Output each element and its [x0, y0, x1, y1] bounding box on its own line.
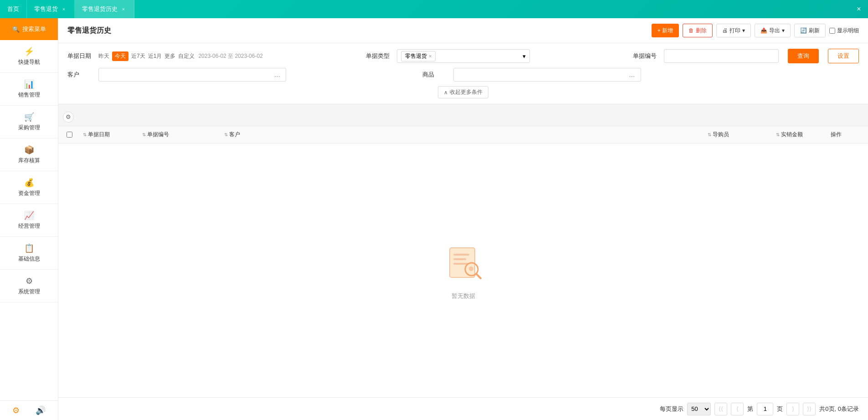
- date-option-custom[interactable]: 自定义: [178, 52, 195, 60]
- print-chevron-icon: ▾: [742, 27, 745, 34]
- search-icon: 🔍: [12, 26, 20, 33]
- settings-button[interactable]: 设置: [828, 49, 859, 63]
- table-settings-icon[interactable]: ⚙: [63, 112, 74, 123]
- tab-retail-return-history[interactable]: 零售退货历史 ×: [75, 0, 134, 18]
- top-nav: 首页 零售退货 × 零售退货历史 × ×: [0, 0, 868, 18]
- next-page-button[interactable]: ⟩: [786, 403, 799, 415]
- th-guide[interactable]: ⇅ 导购员: [704, 131, 772, 138]
- th-amount[interactable]: ⇅ 实销金额: [772, 131, 827, 138]
- finance-icon: 💰: [24, 178, 34, 188]
- pagination: 每页显示 10 20 50 100 ⟨⟨ ⟨ 第 页 ⟩ ⟩⟩ 共0页, 0条记…: [58, 397, 868, 420]
- tab-retail-return-close[interactable]: ×: [61, 6, 67, 12]
- filter-type-tag-close[interactable]: ×: [429, 53, 431, 59]
- th-ops: 操作: [827, 131, 863, 138]
- sidebar-item-inventory[interactable]: 📦 库存核算: [0, 138, 58, 171]
- svg-line-5: [476, 274, 481, 278]
- main-layout: 🔍 搜索菜单 ⚡ 快捷导航 📊 销售管理 🛒 采购管理 📦 库存核算 💰 资金管…: [0, 18, 868, 420]
- filter-customer-select[interactable]: ...: [98, 68, 286, 82]
- page-unit: 页: [777, 405, 783, 413]
- query-button[interactable]: 查询: [788, 49, 819, 63]
- refresh-button[interactable]: 🔄 刷新: [794, 24, 826, 37]
- sidebar-item-quick-nav[interactable]: ⚡ 快捷导航: [0, 40, 58, 73]
- page-size-select[interactable]: 10 20 50 100: [687, 403, 711, 415]
- show-detail-checkbox-label[interactable]: 显示明细: [829, 27, 859, 35]
- sort-date-icon: ⇅: [83, 132, 87, 137]
- filter-customer-label: 客户: [67, 71, 95, 79]
- svg-rect-1: [453, 254, 469, 256]
- table-area: ⚙ ⇅ 单据日期 ⇅ 单据编号 ⇅ 客户: [58, 108, 868, 397]
- content-area: 零售退货历史 + 新增 🗑 删除 🖨 打印 ▾ 📤 导出 ▾: [58, 18, 868, 420]
- page-title: 零售退货历史: [67, 26, 111, 41]
- date-option-last7[interactable]: 近7天: [131, 52, 145, 60]
- sidebar-item-sales-mgmt[interactable]: 📊 销售管理: [0, 73, 58, 106]
- th-checkbox: [63, 132, 79, 138]
- date-option-last-month[interactable]: 近1月: [148, 52, 162, 60]
- filter-goods-select[interactable]: ...: [453, 68, 641, 82]
- filter-type-select[interactable]: 零售退货 × ▾: [397, 49, 530, 63]
- show-detail-checkbox[interactable]: [829, 28, 835, 34]
- app-close-button[interactable]: ×: [850, 0, 868, 18]
- delete-button[interactable]: 🗑 删除: [683, 24, 713, 37]
- operation-icon: 📈: [24, 210, 34, 220]
- filter-no-input[interactable]: [664, 49, 779, 63]
- customer-ellipsis-icon[interactable]: ...: [272, 71, 282, 79]
- svg-rect-2: [453, 258, 466, 260]
- goods-ellipsis-icon[interactable]: ...: [627, 71, 637, 79]
- select-all-checkbox[interactable]: [67, 132, 72, 138]
- table-toolbar: ⚙: [58, 108, 868, 126]
- filter-no-label: 单据编号: [633, 52, 660, 60]
- th-customer[interactable]: ⇅ 客户: [221, 131, 704, 138]
- sort-guide-icon: ⇅: [708, 132, 711, 137]
- inventory-icon: 📦: [24, 145, 34, 155]
- svg-rect-3: [453, 263, 468, 265]
- collapse-button[interactable]: ∧ 收起更多条件: [438, 86, 488, 98]
- filter-date-label: 单据日期: [67, 52, 95, 60]
- th-no[interactable]: ⇅ 单据编号: [139, 131, 221, 138]
- prev-page-button[interactable]: ⟨: [731, 403, 744, 415]
- sidebar-item-finance[interactable]: 💰 资金管理: [0, 171, 58, 204]
- table-header: ⇅ 单据日期 ⇅ 单据编号 ⇅ 客户 ⇅ 导购员 ⇅ 实销金额: [58, 126, 868, 143]
- collapse-up-icon: ∧: [444, 89, 448, 96]
- filter-type-item: 单据类型 零售退货 × ▾: [366, 49, 530, 63]
- tab-home[interactable]: 首页: [0, 0, 27, 18]
- filter-goods-item: 商品 ...: [422, 68, 641, 82]
- filter-type-chevron-icon: ▾: [523, 53, 526, 60]
- export-button[interactable]: 📤 导出 ▾: [755, 24, 791, 37]
- print-button[interactable]: 🖨 打印 ▾: [716, 24, 751, 37]
- delete-icon: 🗑: [688, 27, 694, 34]
- sidebar-item-operation[interactable]: 📈 经营管理: [0, 204, 58, 237]
- page-number-input[interactable]: [757, 403, 773, 415]
- last-page-button[interactable]: ⟩⟩: [803, 403, 816, 415]
- audio-bottom-icon[interactable]: 🔊: [36, 405, 46, 415]
- date-option-today[interactable]: 今天: [112, 51, 128, 61]
- filter-no-item: 单据编号: [633, 49, 779, 63]
- page-header: 零售退货历史 + 新增 🗑 删除 🖨 打印 ▾ 📤 导出 ▾: [58, 18, 868, 43]
- settings-bottom-icon[interactable]: ⚙: [12, 405, 20, 415]
- sidebar: 🔍 搜索菜单 ⚡ 快捷导航 📊 销售管理 🛒 采购管理 📦 库存核算 💰 资金管…: [0, 18, 58, 420]
- svg-point-6: [469, 266, 473, 271]
- th-date[interactable]: ⇅ 单据日期: [79, 131, 139, 138]
- tab-retail-return[interactable]: 零售退货 ×: [27, 0, 75, 18]
- new-button[interactable]: + 新增: [652, 24, 679, 37]
- sidebar-item-purchase-mgmt[interactable]: 🛒 采购管理: [0, 106, 58, 138]
- export-chevron-icon: ▾: [782, 27, 785, 34]
- page-word: 第: [747, 405, 753, 413]
- sidebar-item-system[interactable]: ⚙ 系统管理: [0, 270, 58, 302]
- date-option-more[interactable]: 更多: [164, 52, 175, 60]
- tab-retail-return-history-close[interactable]: ×: [120, 6, 127, 12]
- base-info-icon: 📋: [24, 243, 34, 253]
- print-icon: 🖨: [722, 27, 728, 34]
- sidebar-search[interactable]: 🔍 搜索菜单: [0, 18, 58, 40]
- empty-state: 暂无数据: [58, 143, 868, 397]
- sidebar-item-base-info[interactable]: 📋 基础信息: [0, 237, 58, 270]
- sort-amount-icon: ⇅: [776, 132, 780, 137]
- filter-area: 单据日期 昨天 今天 近7天 近1月 更多 自定义 2023-06-02 至 2…: [58, 43, 868, 104]
- date-option-yesterday[interactable]: 昨天: [98, 52, 109, 60]
- filter-type-tag: 零售退货 ×: [401, 51, 436, 61]
- filter-date-item: 单据日期 昨天 今天 近7天 近1月 更多 自定义 2023-06-02 至 2…: [67, 51, 263, 61]
- empty-state-icon: [441, 241, 486, 287]
- export-icon: 📤: [760, 27, 767, 34]
- sales-mgmt-icon: 📊: [24, 79, 34, 89]
- filter-row-2: 客户 ... 商品 ...: [67, 68, 859, 82]
- first-page-button[interactable]: ⟨⟨: [714, 403, 727, 415]
